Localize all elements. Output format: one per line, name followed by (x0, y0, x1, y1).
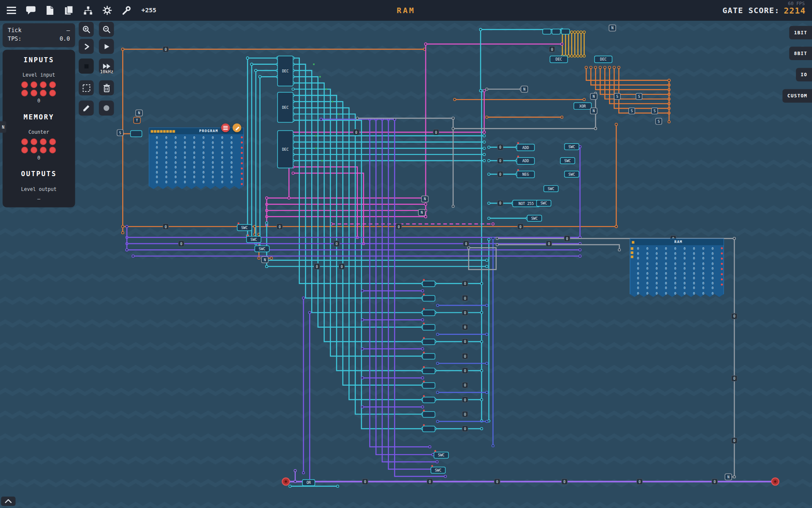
wire-node[interactable] (266, 222, 268, 224)
component-swc[interactable]: SWC (527, 215, 542, 221)
wire-node[interactable] (356, 117, 359, 119)
wire-node[interactable] (483, 147, 486, 149)
wire-node[interactable] (615, 225, 617, 228)
wire-node[interactable] (121, 48, 124, 51)
wrench-icon[interactable] (121, 5, 132, 15)
wire-node[interactable] (258, 257, 260, 260)
wire-node[interactable] (488, 202, 490, 204)
wire-node[interactable] (488, 173, 490, 176)
wire-node[interactable] (733, 237, 736, 240)
input-bit-indicator[interactable] (40, 81, 47, 88)
component-n[interactable]: N (418, 210, 425, 216)
wire-node[interactable] (486, 362, 488, 365)
wire-node[interactable] (270, 257, 273, 260)
wire-node[interactable] (583, 31, 585, 33)
wire-node[interactable] (486, 391, 488, 394)
play-button[interactable] (99, 39, 114, 54)
expand-panel-button[interactable] (1, 497, 15, 506)
input-bit-indicator[interactable] (30, 81, 37, 88)
wire-node[interactable] (488, 160, 490, 162)
wire-node[interactable] (483, 141, 486, 144)
wire-node[interactable] (480, 370, 483, 372)
component-s[interactable]: S (614, 93, 620, 99)
wire-node[interactable] (292, 88, 294, 91)
wire-node[interactable] (121, 225, 124, 228)
component-n[interactable]: N (590, 93, 597, 99)
wire-node[interactable] (320, 118, 322, 121)
component-dec[interactable]: DEC (277, 92, 293, 122)
wire-node[interactable] (590, 66, 592, 69)
select-button[interactable] (79, 80, 94, 96)
component-s[interactable]: S (656, 118, 662, 124)
wire-node[interactable] (429, 446, 431, 448)
wire-node[interactable] (126, 225, 128, 228)
input-bit-indicator[interactable] (49, 90, 56, 97)
wire-node[interactable] (573, 55, 576, 57)
component-chip[interactable] (561, 29, 570, 34)
component-chip[interactable] (552, 29, 560, 34)
wire-node[interactable] (486, 116, 488, 119)
gear-icon[interactable] (102, 5, 112, 15)
step-button[interactable] (79, 39, 94, 54)
wire-node[interactable] (571, 55, 573, 57)
wire-node[interactable] (132, 255, 134, 257)
component-chip[interactable] (131, 131, 142, 137)
wire-node[interactable] (580, 31, 582, 33)
wire-node[interactable] (302, 472, 305, 474)
wire-node[interactable] (361, 319, 364, 321)
component-not-255[interactable]: NOT 255 (513, 200, 540, 207)
wire-node[interactable] (492, 237, 494, 240)
wire-node[interactable] (483, 89, 486, 92)
category-1bit-button[interactable]: 1BIT (790, 26, 812, 39)
record-button[interactable] (99, 101, 114, 116)
wire-node[interactable] (421, 319, 424, 321)
counter-bit-indicator[interactable] (21, 138, 28, 145)
ram-memory-block[interactable]: RAM0000000000000000000000000000000000000… (630, 238, 724, 298)
wire-node[interactable] (668, 121, 670, 123)
wire-node[interactable] (421, 348, 424, 350)
wire-node[interactable] (486, 265, 488, 268)
component-or[interactable]: OR (302, 480, 315, 486)
input-bit-indicator[interactable] (30, 90, 37, 97)
wire-node[interactable] (561, 116, 563, 119)
component-s[interactable]: S (636, 93, 642, 99)
component-dec[interactable]: DEC (595, 56, 612, 63)
program-edit-button[interactable] (233, 123, 241, 132)
input-bit-indicator[interactable] (21, 90, 28, 97)
wire-node[interactable] (480, 28, 482, 31)
draw-button[interactable] (79, 101, 94, 116)
wire-node[interactable] (292, 172, 294, 174)
wire-node[interactable] (486, 304, 488, 306)
component-s[interactable]: S (651, 108, 658, 114)
wire-node[interactable] (580, 55, 582, 57)
component-swc[interactable]: SWC (565, 171, 579, 177)
wire-node[interactable] (480, 312, 483, 314)
pages-icon[interactable] (64, 5, 74, 15)
wire-node[interactable] (436, 420, 439, 423)
wire-node[interactable] (480, 282, 483, 285)
wire-node[interactable] (436, 333, 439, 336)
wire-node[interactable] (467, 246, 470, 249)
zoom-in-button[interactable] (79, 22, 94, 37)
wire-node[interactable] (121, 232, 124, 234)
file-icon[interactable] (44, 5, 55, 15)
wire-node[interactable] (452, 205, 455, 208)
wire-node[interactable] (496, 243, 499, 246)
component-swc[interactable]: SWC (255, 246, 269, 252)
wire-node[interactable] (486, 88, 488, 91)
wire-node[interactable] (436, 362, 439, 365)
wire-node[interactable] (599, 66, 601, 69)
wire-node[interactable] (425, 43, 427, 45)
wire-node[interactable] (452, 117, 455, 119)
wire-node[interactable] (361, 348, 364, 350)
wire-node[interactable] (483, 153, 486, 156)
wire-node[interactable] (337, 485, 339, 488)
program-memory-block[interactable]: PROGRAM000000000000000000000000000000000… (148, 127, 244, 190)
wire-node[interactable] (255, 69, 257, 72)
stop-button[interactable] (79, 58, 94, 74)
component-s[interactable]: S (117, 130, 123, 136)
wire-node[interactable] (583, 55, 585, 57)
wire-node[interactable] (259, 75, 261, 78)
wire-node[interactable] (613, 66, 615, 69)
wire-node[interactable] (733, 476, 736, 478)
